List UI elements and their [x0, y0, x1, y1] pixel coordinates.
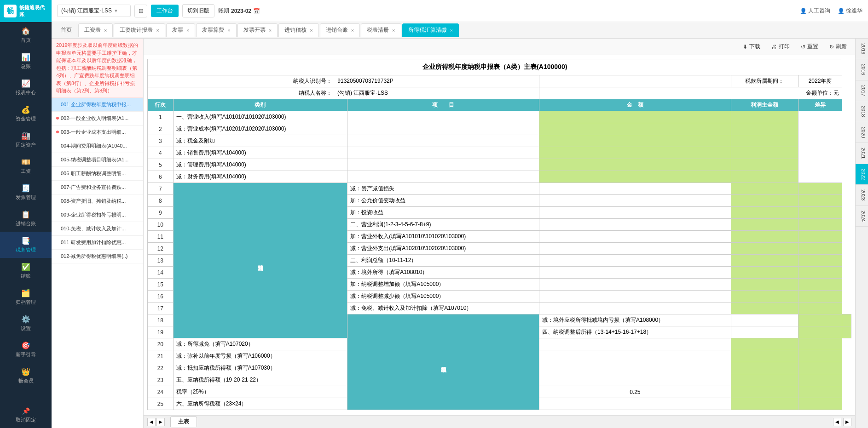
value-cell[interactable] [539, 302, 731, 314]
value-cell[interactable] [539, 398, 731, 410]
tab-close-icon[interactable]: × [450, 28, 453, 33]
value-cell[interactable] [539, 374, 731, 386]
value-cell[interactable]: 0.25 [539, 386, 731, 398]
year-item-2017[interactable]: 2017 [856, 80, 868, 101]
diff-cell[interactable] [731, 159, 798, 171]
scroll-right-btn[interactable]: ▶ [843, 418, 851, 426]
profit-cell[interactable] [731, 255, 798, 267]
diff-cell[interactable] [798, 183, 842, 195]
value-cell[interactable] [539, 338, 731, 350]
diff-cell[interactable] [798, 231, 842, 243]
sidebar-item-home[interactable]: 🏠首页 [0, 22, 52, 48]
sidebar-item-salary[interactable]: 💴工资 [0, 153, 52, 179]
diff-cell[interactable] [731, 111, 798, 123]
value-cell[interactable] [539, 291, 731, 302]
value-cell[interactable] [539, 231, 731, 243]
diff-cell[interactable] [798, 255, 842, 267]
diff-cell[interactable] [798, 195, 842, 207]
refresh-button[interactable]: ↻ 刷新 [827, 41, 850, 52]
year-item-2023[interactable]: 2023 [856, 185, 868, 205]
profit-cell[interactable] [731, 386, 798, 398]
profit-cell[interactable] [731, 267, 798, 279]
value-cell[interactable] [539, 183, 731, 195]
diff-cell[interactable] [798, 302, 842, 314]
diff-cell[interactable] [798, 374, 842, 386]
profit-cell[interactable] [731, 350, 798, 362]
tab-首页[interactable]: 首页 [55, 23, 77, 37]
tab-所得税汇算清缴[interactable]: 所得税汇算清缴× [402, 23, 459, 37]
tab-发票开票[interactable]: 发票开票× [237, 23, 278, 37]
sheet-tab-主表[interactable]: 主表 [170, 417, 197, 427]
value-cell[interactable] [731, 314, 798, 326]
tab-工资统计报表[interactable]: 工资统计报表× [114, 23, 165, 37]
profit-cell[interactable] [539, 171, 731, 183]
sheet-prev-btn[interactable]: ◀ [147, 418, 156, 426]
list-item-003[interactable]: 003-一般企业成本支出明细... [52, 126, 143, 139]
year-item-2016[interactable]: 2016 [856, 59, 868, 80]
tab-进销台账[interactable]: 进销台账× [320, 23, 360, 37]
sidebar-item-reports[interactable]: 📈报表中心 [0, 74, 52, 101]
company-select[interactable]: (勾销) 江西服宝-LSS ▼ [57, 5, 131, 17]
tab-close-icon[interactable]: × [104, 28, 107, 33]
workspace-button[interactable]: 工作台 [151, 5, 179, 17]
profit-cell[interactable] [731, 302, 798, 314]
tab-close-icon[interactable]: × [310, 28, 312, 33]
list-item-001[interactable]: 001-企业所得税年度纳税申报... [52, 98, 143, 112]
diff-cell[interactable] [798, 362, 842, 374]
list-item-007[interactable]: 007-广告费和业务宣传费跌... [52, 181, 143, 194]
profit-cell[interactable] [731, 362, 798, 374]
year-item-2018[interactable]: 2018 [856, 101, 868, 122]
value-cell[interactable] [539, 243, 731, 255]
profit-cell[interactable] [539, 123, 731, 135]
tab-工资表[interactable]: 工资表× [78, 23, 113, 37]
profit-cell[interactable] [731, 195, 798, 207]
sidebar-item-archive[interactable]: 🗂️归档管理 [0, 284, 52, 310]
list-item-011[interactable]: 011-研发费用加计扣除优惠... [52, 236, 143, 250]
scroll-left-btn[interactable]: ◀ [833, 418, 841, 426]
year-item-2019[interactable]: 2019 [856, 39, 868, 59]
sidebar-footer[interactable]: 📌 取消固定 [0, 403, 52, 428]
diff-cell[interactable] [798, 219, 842, 231]
sidebar-item-guide[interactable]: 🎯新手引导 [0, 337, 52, 363]
diff-cell[interactable] [731, 123, 798, 135]
value-cell[interactable] [539, 219, 731, 231]
value-cell[interactable] [347, 171, 539, 183]
sidebar-item-ledger[interactable]: 📊总账 [0, 48, 52, 74]
profit-cell[interactable] [539, 111, 731, 123]
value-cell[interactable] [539, 267, 731, 279]
value-cell[interactable] [347, 123, 539, 135]
sidebar-item-settings[interactable]: ⚙️设置 [0, 310, 52, 337]
sidebar-item-purchase[interactable]: 📋进销台账 [0, 205, 52, 232]
sidebar-item-tax[interactable]: 📑税务管理 [0, 232, 52, 258]
customer-service[interactable]: 👤 人工咨询 [800, 7, 830, 15]
value-cell[interactable] [347, 135, 539, 147]
year-item-2020[interactable]: 2020 [856, 122, 868, 143]
tab-close-icon[interactable]: × [351, 28, 354, 33]
tab-进销稽核[interactable]: 进销稽核× [278, 23, 318, 37]
list-item-006[interactable]: 006-职工薪酬纳税调整明细... [52, 167, 143, 181]
profit-cell[interactable] [731, 183, 798, 195]
year-item-2024[interactable]: 2024 [856, 206, 868, 227]
list-item-009[interactable]: 009-企业所得税扣补亏损明... [52, 208, 143, 222]
tab-close-icon[interactable]: × [186, 28, 189, 33]
sidebar-item-assets[interactable]: 🏭固定资产 [0, 127, 52, 153]
year-item-2022[interactable]: 2022 [856, 164, 868, 185]
diff-cell[interactable] [842, 326, 851, 338]
calendar-icon[interactable]: 📅 [253, 8, 260, 14]
list-item-002[interactable]: 002-一般企业收入明细表(A1... [52, 112, 143, 126]
copy-icon-btn[interactable]: ⊞ [134, 5, 147, 17]
profit-cell[interactable] [731, 243, 798, 255]
download-button[interactable]: ⬇ 下载 [740, 41, 763, 52]
value-cell[interactable] [347, 111, 539, 123]
value-cell[interactable] [347, 147, 539, 159]
diff-cell[interactable] [798, 267, 842, 279]
profit-cell[interactable] [731, 374, 798, 386]
tab-发票[interactable]: 发票× [166, 23, 195, 37]
profit-cell[interactable] [731, 291, 798, 302]
diff-cell[interactable] [798, 386, 842, 398]
switch-version-button[interactable]: 切到旧版 [182, 4, 214, 17]
profit-cell[interactable] [731, 207, 798, 219]
profit-cell[interactable] [731, 219, 798, 231]
profit-cell[interactable] [731, 398, 798, 410]
sidebar-item-close[interactable]: ✅结账 [0, 258, 52, 284]
